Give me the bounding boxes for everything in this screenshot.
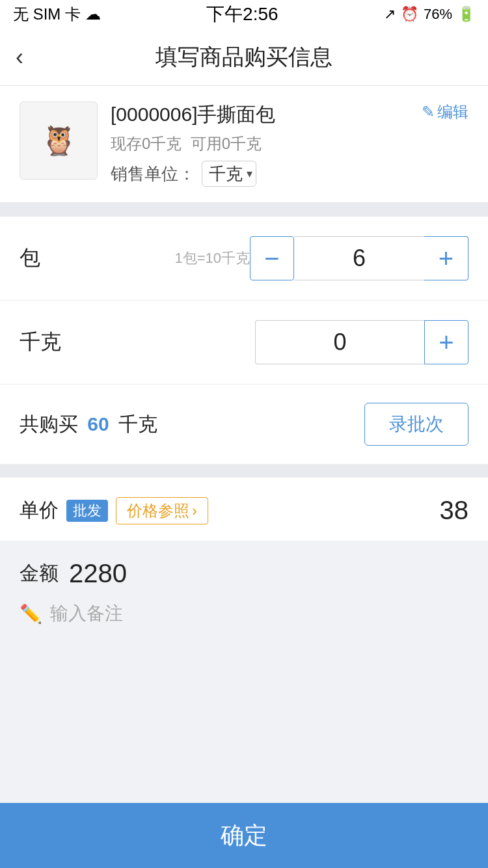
location-icon: ↗ <box>384 6 396 23</box>
sim-label: 无 SIM 卡 ☁ <box>13 4 101 25</box>
kg-plus-button[interactable]: + <box>424 320 468 364</box>
package-qty-input[interactable] <box>294 236 424 280</box>
package-section: 包 1包=10千克 − + 千克 + <box>0 217 488 385</box>
package-plus-button[interactable]: + <box>424 236 468 280</box>
status-time: 下午2:56 <box>206 2 278 27</box>
edit-icon: ✎ <box>422 103 435 121</box>
amount-section: 金额 2280 ✏️ 输入备注 <box>0 541 488 671</box>
batch-button[interactable]: 录批次 <box>364 403 468 446</box>
amount-label: 金额 <box>20 560 59 587</box>
product-stock: 现存0千克 可用0千克 <box>111 133 468 154</box>
separator-1 <box>0 204 488 217</box>
product-logo: 🦉 <box>41 124 77 157</box>
price-left: 单价 批发 价格参照 › <box>20 497 208 524</box>
total-label: 共购买 60 千克 <box>20 411 157 438</box>
page-title: 填写商品购买信息 <box>156 42 332 72</box>
package-qty-control: − + <box>250 236 468 280</box>
kg-label: 千克 <box>20 330 61 353</box>
price-row: 单价 批发 价格参照 › 38 <box>20 496 468 525</box>
amount-value: 2280 <box>69 559 127 588</box>
price-ref-button[interactable]: 价格参照 › <box>116 497 208 524</box>
unit-select-wrap[interactable]: 千克 <box>202 161 256 187</box>
kg-row: 千克 + <box>0 301 488 385</box>
separator-2 <box>0 465 488 478</box>
package-minus-button[interactable]: − <box>250 236 294 280</box>
status-left: 无 SIM 卡 ☁ <box>13 4 101 25</box>
back-button[interactable]: ‹ <box>16 44 23 71</box>
package-row: 包 1包=10千克 − + <box>0 217 488 301</box>
alarm-icon: ⏰ <box>401 6 418 23</box>
product-card: 🦉 [0000006]手撕面包 现存0千克 可用0千克 销售单位： 千克 <box>0 86 488 203</box>
price-tag: 批发 <box>66 500 108 522</box>
confirm-bar[interactable]: 确定 <box>0 803 488 868</box>
remark-icon: ✏️ <box>20 603 42 625</box>
price-section: 单价 批发 价格参照 › 38 <box>0 478 488 541</box>
unit-select[interactable]: 千克 <box>202 161 256 187</box>
product-info: [0000006]手撕面包 现存0千克 可用0千克 销售单位： 千克 <box>111 102 468 187</box>
total-row: 共购买 60 千克 录批次 <box>0 385 488 465</box>
edit-button[interactable]: ✎ 编辑 <box>422 102 468 122</box>
kg-qty-input[interactable] <box>255 320 424 364</box>
battery-label: 76% <box>424 6 452 23</box>
product-image: 🦉 <box>20 102 98 180</box>
kg-qty-control: + <box>255 320 468 364</box>
confirm-text: 确定 <box>221 820 267 852</box>
remark-placeholder: 输入备注 <box>50 601 123 626</box>
package-label: 包 <box>20 244 168 273</box>
product-name: [0000006]手撕面包 <box>111 102 468 128</box>
price-label: 单价 <box>20 497 59 524</box>
amount-row: 金额 2280 <box>20 559 468 588</box>
status-right: ↗ ⏰ 76% 🔋 <box>384 6 475 23</box>
price-value: 38 <box>440 496 469 525</box>
battery-icon: 🔋 <box>457 6 475 23</box>
package-sublabel: 1包=10千克 <box>174 249 250 268</box>
nav-bar: ‹ 填写商品购买信息 <box>0 29 488 86</box>
remark-row[interactable]: ✏️ 输入备注 <box>20 601 468 626</box>
status-bar: 无 SIM 卡 ☁ 下午2:56 ↗ ⏰ 76% 🔋 <box>0 0 488 29</box>
product-unit: 销售单位： 千克 <box>111 161 468 187</box>
